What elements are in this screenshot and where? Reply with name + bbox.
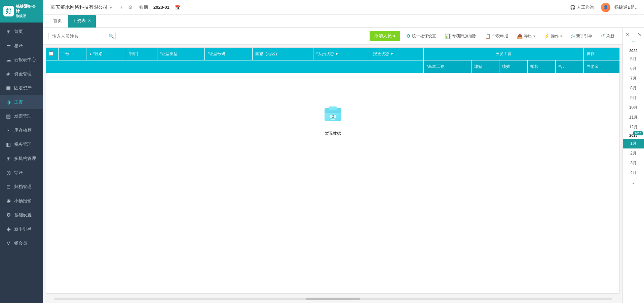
month-item-9[interactable]: 9月	[623, 93, 644, 103]
sidebar-item-settlement[interactable]: ◎ 结账	[0, 166, 43, 180]
sidebar-item-archive[interactable]: ⊟ 归档管理	[0, 180, 43, 194]
sidebar-item-tax[interactable]: ◧ 税务管理	[0, 137, 43, 152]
main-area: 西安虾米网络科技有限公司 ▾ ＋ ⚙ 账期 2023-01 📅 🎧 人工咨询 👤…	[43, 0, 644, 303]
settings-icon[interactable]: ⚙	[128, 4, 132, 10]
month-item-7[interactable]: 7月	[623, 74, 644, 83]
date-sidebar-close-btn[interactable]: ✕	[626, 32, 630, 37]
sidebar-item-invoice[interactable]: ▤ 发票管理	[0, 109, 43, 123]
sidebar-item-member[interactable]: V 畅会员	[0, 236, 43, 250]
date-nav-up-btn[interactable]: ⌃	[623, 38, 644, 47]
deduction-icon: 📊	[445, 33, 451, 39]
sidebar-item-inventory[interactable]: ⊡ 库存核算	[0, 123, 43, 137]
sidebar-item-general-ledger[interactable]: ☰ 总账	[0, 39, 43, 53]
sidebar-item-org-label: 多机构管理	[14, 156, 36, 162]
sidebar-item-multi-org[interactable]: ⊞ 多机构管理	[0, 152, 43, 166]
sidebar-item-cloud-report[interactable]: ☁ 云报表中心	[0, 53, 43, 67]
social-security-icon: ⚙	[406, 33, 411, 39]
sidebar-item-home-label: 首页	[14, 29, 23, 35]
th-sub-spacer	[46, 60, 424, 73]
month-item-3[interactable]: 3月	[623, 158, 644, 168]
horizontal-scrollbar[interactable]	[54, 298, 612, 300]
tab-home-label: 首页	[53, 18, 62, 24]
scrollbar-area	[43, 296, 622, 303]
company-selector[interactable]: 西安虾米网络科技有限公司 ▾	[48, 3, 115, 12]
th-checkbox[interactable]	[46, 48, 58, 60]
guide-btn[interactable]: ◎ 新手引导	[568, 32, 595, 40]
tab-close-btn[interactable]: ✕	[88, 18, 91, 23]
user-avatar[interactable]: 👤	[601, 3, 610, 12]
tab-wage-table[interactable]: 工资表 ✕	[68, 15, 96, 28]
add-company-btn[interactable]: ＋	[119, 4, 124, 11]
scrollbar-thumb[interactable]	[306, 298, 360, 300]
date-month-list-current: 1月 2月 3月 4月	[623, 139, 644, 178]
refresh-label: 刷新	[606, 33, 614, 39]
svg-rect-2	[329, 106, 337, 110]
th-emp-no: 工号	[58, 48, 86, 60]
select-all-checkbox[interactable]	[49, 51, 53, 56]
sidebar-item-settings-label: 基础设置	[14, 212, 32, 218]
th-report-status[interactable]: 报送状态 ▼	[370, 48, 423, 60]
archive-icon: ⊟	[5, 184, 11, 190]
app-edition: 旗舰版	[16, 14, 40, 18]
sidebar-item-basic-settings[interactable]: ⚙ 基础设置	[0, 208, 43, 222]
invoice-icon: ▤	[5, 113, 11, 119]
search-wrapper[interactable]: 🔍	[48, 32, 116, 40]
export-btn[interactable]: 📤 导出 ▾	[514, 32, 538, 40]
th-emp-status[interactable]: *人员状态 ▼	[313, 48, 370, 60]
month-item-12[interactable]: 12月	[623, 122, 644, 132]
date-sidebar-expand-btn[interactable]: ⤡	[637, 32, 641, 37]
sidebar-item-cloud-label: 云报表中心	[14, 57, 36, 63]
empty-icon: :(	[319, 100, 346, 127]
sidebar-item-home[interactable]: ⊞ 首页	[0, 25, 43, 39]
service-btn[interactable]: 🎧 人工咨询	[567, 3, 597, 12]
wage-panel: 🔍 添加人员 ▾ ⚙ 统一社保设置 📊 专项附加扣除	[43, 28, 622, 303]
wage-icon: ◑	[5, 99, 11, 105]
tab-home[interactable]: 首页	[48, 15, 67, 28]
date-sidebar: ✕ ⤡ ⌃ 2022 5月 6月 7月 8月 9月 10月 11月 12月 20…	[622, 28, 644, 303]
svg-text::(: :(	[332, 115, 334, 118]
month-item-5[interactable]: 5月	[623, 54, 644, 64]
search-input[interactable]	[52, 34, 109, 39]
settlement-icon: ◎	[5, 170, 11, 176]
date-nav-down-btn[interactable]: ⌄	[623, 178, 644, 187]
logo-icon: 好	[3, 6, 14, 16]
search-icon: 🔍	[109, 34, 114, 39]
report-status-filter-icon: ▼	[390, 52, 393, 56]
calendar-icon[interactable]: 📅	[175, 5, 181, 10]
header-actions: 🎧 人工咨询 👤 畅捷通B组...	[567, 3, 639, 12]
month-item-11[interactable]: 11月	[623, 113, 644, 122]
refresh-btn[interactable]: ↺ 刷新	[598, 32, 617, 40]
special-deduction-btn[interactable]: 📊 专项附加扣除	[442, 32, 479, 40]
month-item-4[interactable]: 4月	[623, 168, 644, 178]
sidebar-item-fixed-assets[interactable]: ▣ 固定资产	[0, 81, 43, 95]
content-area: 🔍 添加人员 ▾ ⚙ 统一社保设置 📊 专项附加扣除	[43, 28, 644, 303]
th-name[interactable]: ▲ *姓名	[86, 48, 126, 60]
sidebar-item-fund[interactable]: ◈ 资金管理	[0, 67, 43, 81]
sidebar-item-guide[interactable]: ◉ 新手引导	[0, 222, 43, 236]
add-person-btn[interactable]: 添加人员 ▾	[370, 31, 400, 41]
month-item-10[interactable]: 10月	[623, 103, 644, 113]
month-item-8[interactable]: 8月	[623, 83, 644, 93]
table-container: 工号 ▲ *姓名 *部门 *证型类型 *证型号码 国籍（地区） *人员状态	[46, 47, 620, 294]
operate-btn[interactable]: ⚡ 操作 ▾	[541, 32, 565, 40]
company-dropdown-icon: ▾	[110, 5, 112, 10]
individual-tax-btn[interactable]: 📋 个税申报	[482, 32, 511, 40]
sidebar-item-member-label: 畅会员	[14, 240, 27, 246]
th-base-salary: *基本工资	[424, 60, 471, 73]
sidebar-item-wage[interactable]: ◑ 工资	[0, 95, 43, 109]
social-security-btn[interactable]: ⚙ 统一社保设置	[404, 32, 439, 40]
service-label: 人工咨询	[577, 4, 594, 10]
app-logo: 好 畅捷通好会计 旗舰版	[0, 0, 43, 23]
month-item-6[interactable]: 6月	[623, 64, 644, 74]
date-year-2022: 2022	[629, 47, 637, 54]
export-icon: 📤	[517, 33, 523, 39]
period-value: 2023-01	[153, 5, 169, 10]
operate-chevron: ▾	[560, 34, 562, 38]
sidebar-item-expense[interactable]: ◉ 小畅报销	[0, 194, 43, 208]
sidebar-item-inventory-label: 库存核算	[14, 127, 32, 133]
month-item-1[interactable]: 1月	[623, 139, 644, 148]
user-name: 畅捷通B组...	[614, 4, 639, 10]
month-item-2[interactable]: 2月	[623, 148, 644, 158]
th-allowance: 津贴	[471, 60, 499, 73]
guide-label: 新手引导	[576, 33, 592, 39]
